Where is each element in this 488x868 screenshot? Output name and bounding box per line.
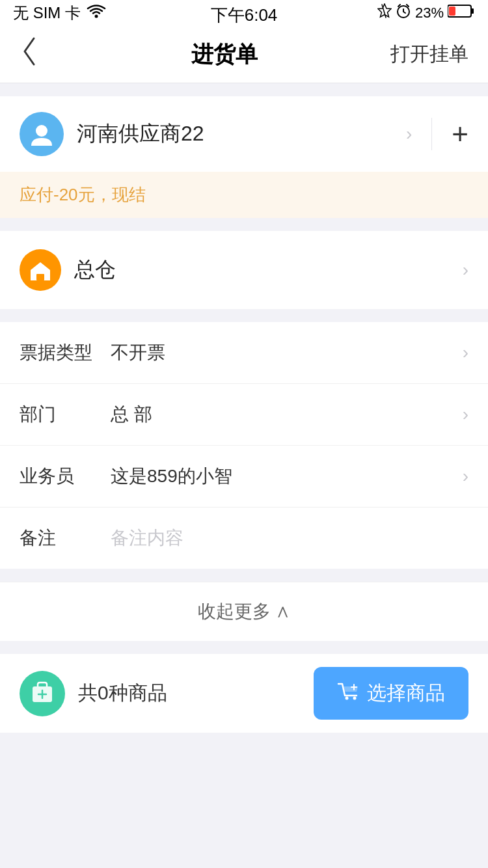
ticket-type-chevron-icon: › (463, 342, 468, 363)
collapse-button[interactable]: 收起更多 ∧ (0, 582, 488, 641)
product-count: 共0种商品 (78, 680, 167, 707)
warehouse-icon (20, 249, 61, 291)
salesperson-label: 业务员 (20, 464, 104, 489)
ticket-type-value: 不开票 (104, 340, 456, 365)
ticket-type-label: 票据类型 (20, 340, 104, 365)
salesperson-row[interactable]: 业务员 这是859的小智 › (0, 446, 488, 508)
back-button[interactable] (20, 35, 59, 74)
svg-point-10 (346, 697, 349, 700)
remark-input[interactable]: 备注内容 (104, 526, 468, 550)
supplier-chevron-icon: › (406, 124, 412, 144)
supplier-avatar (20, 112, 64, 156)
department-label: 部门 (20, 402, 104, 427)
svg-point-0 (95, 15, 98, 18)
warehouse-name: 总仓 (74, 256, 463, 284)
remark-row[interactable]: 备注 备注内容 (0, 508, 488, 569)
svg-rect-4 (449, 7, 455, 16)
status-time: 下午6:04 (211, 4, 278, 27)
svg-rect-3 (471, 8, 474, 14)
product-bar: 共0种商品 选择商品 (0, 654, 488, 733)
svg-point-5 (36, 125, 47, 137)
page-rest (0, 733, 488, 868)
warehouse-row[interactable]: 总仓 › (0, 231, 488, 309)
supplier-name: 河南供应商22 (77, 120, 406, 148)
status-bar: 无 SIM 卡 下午6:04 (0, 0, 488, 26)
form-section: 票据类型 不开票 › 部门 总 部 › 业务员 这是859的小智 › 备注 备注… (0, 322, 488, 569)
add-button[interactable]: + (452, 118, 468, 150)
select-product-button[interactable]: 选择商品 (314, 667, 468, 720)
svg-rect-6 (36, 274, 44, 280)
battery-icon (448, 4, 475, 22)
wifi-icon (86, 3, 107, 23)
warehouse-chevron-icon: › (463, 260, 468, 280)
remark-label: 备注 (20, 526, 104, 550)
alarm-icon (396, 3, 411, 23)
divider-top (0, 83, 488, 96)
product-icon (20, 671, 65, 716)
supplier-section: 河南供应商22 › + 应付-20元，现结 (0, 96, 488, 218)
ticket-type-row[interactable]: 票据类型 不开票 › (0, 322, 488, 384)
status-icons: 23% (377, 3, 475, 23)
open-pending-button[interactable]: 打开挂单 (390, 41, 468, 68)
notice-bar: 应付-20元，现结 (0, 172, 488, 218)
nav-bar: 进货单 打开挂单 (0, 26, 488, 83)
department-value: 总 部 (104, 402, 456, 427)
department-row[interactable]: 部门 总 部 › (0, 384, 488, 446)
supplier-row[interactable]: 河南供应商22 › + (0, 96, 488, 172)
salesperson-chevron-icon: › (463, 466, 468, 487)
page-title: 进货单 (191, 40, 258, 70)
battery-text: 23% (415, 5, 444, 21)
salesperson-value: 这是859的小智 (104, 464, 456, 489)
department-chevron-icon: › (463, 404, 468, 425)
supplier-divider (431, 118, 432, 150)
svg-point-11 (353, 697, 357, 700)
select-product-label: 选择商品 (367, 680, 445, 707)
cart-icon (337, 681, 360, 705)
location-icon (377, 3, 392, 23)
notice-text: 应付-20元，现结 (20, 185, 146, 204)
status-carrier: 无 SIM 卡 (13, 3, 107, 23)
